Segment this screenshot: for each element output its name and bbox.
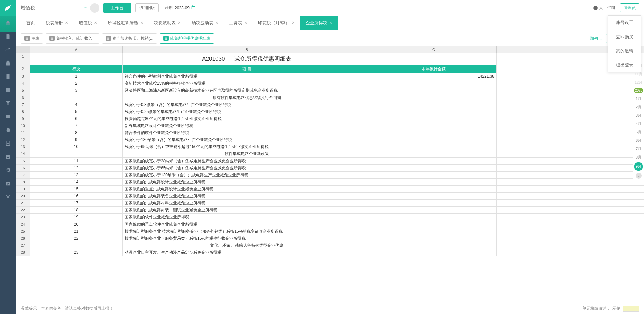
tax-type-label: 增值税 bbox=[21, 5, 35, 11]
table-row[interactable]: 2622技术先进型服务企业（服务贸易类）减按15%的税率征收企业所得税 bbox=[16, 235, 644, 242]
month-item[interactable]: 6月 bbox=[633, 136, 644, 145]
col-header-b[interactable]: B bbox=[123, 46, 371, 53]
header-list-icon[interactable] bbox=[90, 3, 99, 13]
dropdown-item[interactable]: 我的邀请 bbox=[608, 44, 641, 58]
table-row[interactable]: 2117国家鼓励的集成电路材料企业减免企业所得税 bbox=[16, 200, 644, 207]
table-row[interactable]: 2016国家鼓励的集成电路装备企业减免企业所得税 bbox=[16, 193, 644, 200]
sample-color-box bbox=[623, 306, 639, 312]
table-row[interactable]: 1814国家鼓励的集成电路设计企业减免企业所得税 bbox=[16, 179, 644, 186]
sheet-icon: ▦ bbox=[49, 36, 55, 41]
nav-report-icon[interactable] bbox=[0, 83, 16, 97]
table-row[interactable]: 42高新技术企业减按15%的税率征收企业所得税 bbox=[16, 80, 644, 87]
tab-首页[interactable]: 首页 bbox=[21, 16, 40, 30]
month-item[interactable]: 12月 bbox=[633, 78, 644, 87]
table-row[interactable]: 96投资额超过80亿元的集成电路生产企业减免企业所得税 bbox=[16, 115, 644, 122]
month-expand-button[interactable]: ⌄ bbox=[633, 171, 644, 180]
admin-button[interactable]: 管理员 bbox=[620, 3, 639, 12]
month-item[interactable]: 4月 bbox=[633, 120, 644, 128]
table-row[interactable]: 107新办集成电路设计企业减免企业所得税 bbox=[16, 122, 644, 129]
subtab-item[interactable]: ▦免税收入、减计收入... bbox=[46, 33, 99, 44]
tab-印花税（月/季）[interactable]: 印花税（月/季）✕ bbox=[253, 16, 300, 30]
nav-settings-icon[interactable] bbox=[0, 164, 16, 177]
dropdown-item[interactable]: 退出登录 bbox=[608, 58, 641, 72]
nav-export-icon[interactable] bbox=[0, 137, 16, 150]
table-row[interactable]: 1713国家鼓励的线宽小于130纳米（含）集成电路生产企业减免企业所得税 bbox=[16, 172, 644, 179]
nav-video-icon[interactable] bbox=[0, 177, 16, 190]
nav-clipboard-icon[interactable] bbox=[0, 70, 16, 83]
table-row[interactable]: 2218国家鼓励的集成电路封装、测试企业减免企业所得税 bbox=[16, 207, 644, 214]
table-row[interactable]: 6原有软件集成电路优惠继续执行至到期 bbox=[16, 94, 644, 101]
month-item[interactable]: 7月 bbox=[633, 145, 644, 153]
spreadsheet[interactable]: A B C 1 A201030 减免所得税优惠明细表 2 行次 项 目 本年累计… bbox=[16, 46, 644, 303]
period-init-button[interactable]: 期初 ⌄ bbox=[586, 34, 607, 43]
close-icon[interactable]: ✕ bbox=[292, 21, 295, 25]
period-value: 2023-09 bbox=[175, 6, 190, 10]
subtab-item[interactable]: ▦减免所得税优惠明细表 bbox=[160, 33, 214, 44]
month-item[interactable]: 5月 bbox=[633, 128, 644, 136]
table-row[interactable]: 129线宽小于130纳米（含）的集成电路生产企业减免企业所得税 bbox=[16, 136, 644, 143]
table-row[interactable]: 2823动漫企业自主开发、生产动漫产品定期减免企业所得税 bbox=[16, 249, 644, 256]
table-row[interactable]: 118符合条件的软件企业减免企业所得税 bbox=[16, 129, 644, 136]
nav-v-icon[interactable] bbox=[0, 190, 16, 204]
tab-纳税波动表[interactable]: 纳税波动表✕ bbox=[186, 16, 224, 30]
table-row[interactable]: 31符合条件的小型微利企业减免企业所得税14221.38 bbox=[16, 73, 644, 80]
table-row[interactable]: 74线宽小于0.8微米（含）的集成电路生产企业减免企业所得税 bbox=[16, 101, 644, 108]
period-label: 账期 bbox=[165, 5, 173, 11]
tab-税负波动表[interactable]: 税负波动表✕ bbox=[149, 16, 186, 30]
tab-所得税汇算清缴[interactable]: 所得税汇算清缴✕ bbox=[102, 16, 149, 30]
tab-税表清册[interactable]: 税表清册✕ bbox=[40, 16, 73, 30]
calendar-icon[interactable] bbox=[191, 5, 196, 11]
nav-filter-icon[interactable] bbox=[0, 97, 16, 110]
col-header-c[interactable]: C bbox=[371, 46, 497, 53]
table-row[interactable]: 1915国家鼓励的重点集成电路设计企业减免企业所得税 bbox=[16, 186, 644, 193]
table-row[interactable]: 1310线宽小于65纳米（含）或投资额超过150亿元的集成电路生产企业减免企业所… bbox=[16, 143, 644, 150]
table-row[interactable]: 85线宽小于0.25微米的集成电路生产企业减免企业所得税 bbox=[16, 108, 644, 115]
tab-工资表[interactable]: 工资表✕ bbox=[224, 16, 253, 30]
table-row[interactable]: 27文化、环保 、残疾人等特殊类型企业优惠 bbox=[16, 242, 644, 249]
table-row[interactable]: 2420国家鼓励的重点软件企业减免企业所得税 bbox=[16, 221, 644, 228]
sheet-corner[interactable] bbox=[16, 46, 30, 53]
month-item[interactable]: 8月 bbox=[633, 153, 644, 162]
close-icon[interactable]: ✕ bbox=[215, 21, 218, 25]
subtab-item[interactable]: ▦主表 bbox=[21, 33, 43, 44]
consult-label: 人工咨询 bbox=[599, 5, 615, 11]
nav-card-icon[interactable] bbox=[0, 110, 16, 123]
table-row[interactable]: 14软件集成电路企业新政策 bbox=[16, 150, 644, 158]
app-logo[interactable] bbox=[0, 0, 16, 16]
nav-doc-icon[interactable] bbox=[0, 29, 16, 43]
close-icon[interactable]: ✕ bbox=[94, 21, 97, 25]
title-row: 1 A201030 减免所得税优惠明细表 bbox=[16, 53, 644, 65]
month-item[interactable]: 1月 bbox=[633, 95, 644, 103]
sheet-icon: ▦ bbox=[163, 36, 169, 41]
subtab-item[interactable]: ▦资产加速折旧、摊销(... bbox=[102, 33, 157, 44]
month-item[interactable]: 9月 bbox=[634, 162, 643, 171]
sample-label: 示例 bbox=[612, 306, 621, 311]
workbench-button[interactable]: 工作台 bbox=[103, 3, 131, 13]
nav-hand-icon[interactable] bbox=[0, 123, 16, 137]
main-tabs: 首页税表清册✕增值税✕所得税汇算清缴✕税负波动表✕纳税波动表✕工资表✕印花税（月… bbox=[16, 16, 644, 30]
close-icon[interactable]: ✕ bbox=[178, 21, 181, 25]
tab-增值税[interactable]: 增值税✕ bbox=[73, 16, 102, 30]
consult-link[interactable]: 人工咨询 bbox=[593, 5, 615, 11]
switch-version-button[interactable]: 切到旧版 bbox=[135, 3, 159, 12]
dropdown-item[interactable]: 账号设置 bbox=[608, 16, 641, 30]
month-item[interactable]: 2月 bbox=[633, 103, 644, 111]
table-row[interactable]: 2319国家鼓励的软件企业减免企业所得税 bbox=[16, 214, 644, 221]
close-icon[interactable]: ✕ bbox=[140, 21, 143, 25]
col-header-a[interactable]: A bbox=[30, 46, 123, 53]
month-item[interactable]: 3月 bbox=[633, 111, 644, 120]
close-icon[interactable]: ✕ bbox=[244, 21, 247, 25]
nav-chart-icon[interactable] bbox=[0, 43, 16, 56]
close-icon[interactable]: ✕ bbox=[65, 21, 68, 25]
dropdown-item[interactable]: 立即购买 bbox=[608, 30, 641, 44]
nav-inbox-icon[interactable] bbox=[0, 150, 16, 164]
nav-home-icon[interactable] bbox=[0, 16, 16, 29]
table-row[interactable]: 2521技术先进型服务企业 技术先进型服务企业（服务外包类）减按15%的税率征收… bbox=[16, 228, 644, 235]
close-icon[interactable]: ✕ bbox=[329, 21, 332, 25]
table-row[interactable]: 1612国家鼓励的线宽小于65纳米（含）集成电路生产企业减免企业所得税 bbox=[16, 165, 644, 172]
nav-money-icon[interactable] bbox=[0, 56, 16, 70]
tab-企业所得税[interactable]: 企业所得税✕ bbox=[300, 16, 338, 30]
tax-type-select[interactable]: 增值税 ﹀ bbox=[21, 5, 88, 11]
table-row[interactable]: 1511国家鼓励的线宽小于28纳米（含）集成电路生产企业减免企业所得税 bbox=[16, 158, 644, 165]
table-row[interactable]: 53经济特区和上海浦东新区新设立的高新技术企业在区内取得的所得定期减免企业所得税 bbox=[16, 87, 644, 94]
